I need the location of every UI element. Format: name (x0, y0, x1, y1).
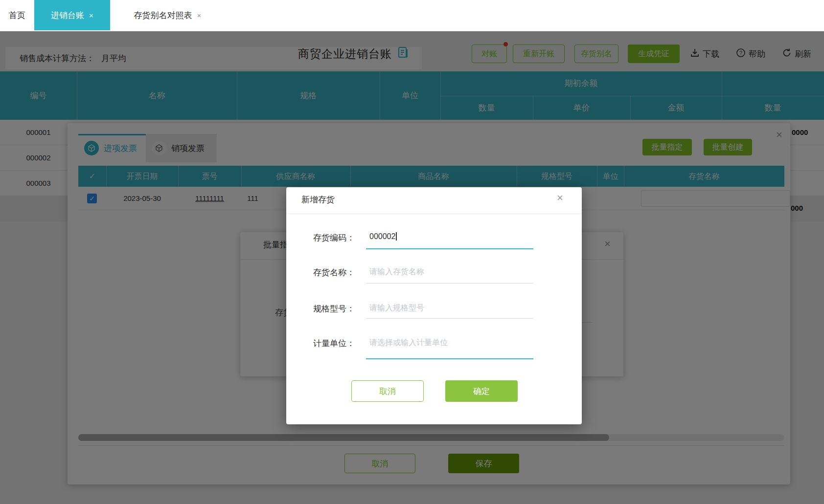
name-label: 存货名称： (296, 267, 355, 278)
modal-cancel-button[interactable]: 取消 (351, 380, 424, 402)
code-input[interactable]: 000002 (369, 232, 397, 241)
modal-title: 新增存货 (301, 194, 335, 205)
spec-label: 规格型号： (296, 303, 355, 314)
name-input[interactable]: 请输入存货名称 (369, 267, 424, 277)
close-icon[interactable]: × (557, 193, 563, 203)
tab-home[interactable]: 首页 (0, 0, 34, 30)
unit-label: 计量单位： (296, 338, 355, 349)
code-input-underline (366, 248, 533, 249)
spec-input-underline (366, 318, 533, 319)
unit-input-underline (366, 358, 533, 359)
tab-close-icon[interactable]: × (89, 11, 93, 20)
tab-inventory-alias[interactable]: 存货别名对照表 × (115, 0, 220, 30)
tab-inventory-alias-label: 存货别名对照表 (134, 10, 192, 21)
tab-home-label: 首页 (9, 10, 25, 21)
modal-confirm-button[interactable]: 确定 (445, 380, 518, 402)
spec-input[interactable]: 请输入规格型号 (369, 303, 424, 313)
unit-input[interactable]: 请选择或输入计量单位 (369, 338, 448, 348)
tab-ledger-label: 进销台账 (51, 10, 84, 21)
tab-close-icon[interactable]: × (197, 11, 202, 20)
text-cursor (396, 232, 397, 241)
divider (286, 214, 582, 214)
app-window: 首页 进销台账 × 存货别名对照表 × 销售成本计算方法： 月平均 商贸企业进销… (0, 0, 824, 504)
tab-ledger[interactable]: 进销台账 × (34, 0, 110, 30)
new-inventory-modal: 新增存货 × 存货编码： 000002 存货名称： 请输入存货名称 规格型号： … (286, 187, 582, 424)
name-input-underline (366, 283, 533, 284)
top-tab-bar: 首页 进销台账 × 存货别名对照表 × (0, 0, 824, 31)
code-label: 存货编码： (296, 232, 355, 243)
